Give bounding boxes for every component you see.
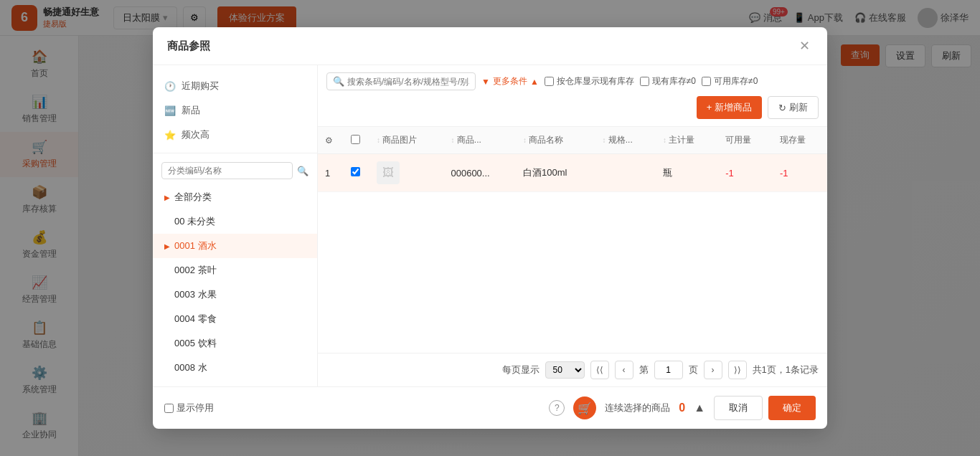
footer-buttons: 取消 确定 <box>714 396 816 420</box>
row-available: -1 <box>718 154 773 192</box>
sort-icon-spec: ↕ <box>602 136 606 144</box>
table-row[interactable]: 1 🖼 000600... 白酒100ml <box>318 154 827 192</box>
quick-select-area: 🕐 近期购买 🆕 新品 ⭐ 频次高 <box>153 71 317 150</box>
per-page-select[interactable]: 50 10 20 100 <box>545 361 585 379</box>
product-table: ⚙ ↕ 商品图片 ↕ <box>318 127 827 192</box>
cat-item-all[interactable]: ▶ 全部分类 <box>153 185 317 209</box>
filter-bar: 🔍 ▼ 更多条件 ▲ 按仓库显示现有库存 现有库存≠0 <box>318 65 827 127</box>
active-arrow-icon: ▶ <box>164 242 170 250</box>
row-unit: 瓶 <box>656 154 718 192</box>
sort-icon-img: ↕ <box>377 136 380 144</box>
page-number-input[interactable] <box>654 361 683 379</box>
collapse-up-button[interactable]: ▲ <box>694 402 705 414</box>
shopping-cart-icon: 🛒 <box>578 402 592 415</box>
filter-more-button[interactable]: ▼ 更多条件 ▲ <box>481 75 539 87</box>
filter-up-icon: ▲ <box>530 77 539 87</box>
cat-search-row: 🔍 <box>153 156 317 185</box>
category-search-input[interactable] <box>161 162 293 179</box>
star-icon: ⭐ <box>164 130 176 141</box>
cat-item-0001[interactable]: ▶ 0001 酒水 <box>153 234 317 258</box>
arrow-right-icon: ▶ <box>164 194 170 201</box>
help-button[interactable]: ? <box>549 400 565 416</box>
modal-close-button[interactable]: ✕ <box>796 37 813 54</box>
recent-icon: 🕐 <box>164 81 176 92</box>
page-first-button[interactable]: ⟨⟨ <box>590 361 609 379</box>
per-page-label: 每页显示 <box>502 364 540 376</box>
action-buttons: + 新增商品 ↻ 刷新 <box>697 96 819 119</box>
page-next-button[interactable]: › <box>704 361 722 379</box>
row-img: 🖼 <box>369 154 443 192</box>
checkbox-warehouse-stock[interactable]: 按仓库显示现有库存 <box>545 75 634 87</box>
show-disabled-checkbox[interactable]: 显示停用 <box>164 402 214 414</box>
quick-item-frequent[interactable]: ⭐ 频次高 <box>153 123 317 147</box>
panel-divider <box>153 153 317 153</box>
modal-footer: 显示停用 ? 🛒 连续选择的商品 0 ▲ 取消 确定 <box>153 386 827 429</box>
col-name[interactable]: ↕ 商品名称 <box>516 127 595 154</box>
add-product-button[interactable]: + 新增商品 <box>697 96 762 119</box>
checkbox-available-stock[interactable]: 可用库存≠0 <box>702 75 758 87</box>
filter-icon: ▼ <box>481 77 490 87</box>
product-table-wrap: ⚙ ↕ 商品图片 ↕ <box>318 127 827 353</box>
checkbox-current-stock[interactable]: 现有库存≠0 <box>640 75 696 87</box>
cat-item-0002[interactable]: 0002 茶叶 <box>153 258 317 282</box>
row-spec <box>595 154 656 192</box>
cancel-button[interactable]: 取消 <box>714 396 763 420</box>
product-image: 🖼 <box>377 161 400 184</box>
page-last-button[interactable]: ⟩⟩ <box>728 361 747 379</box>
product-reference-modal: 商品参照 ✕ 🕐 近期购买 🆕 新品 ⭐ <box>153 27 827 429</box>
new-icon: 🆕 <box>164 105 176 116</box>
modal-overlay: 商品参照 ✕ 🕐 近期购买 🆕 新品 ⭐ <box>0 0 980 456</box>
row-name: 白酒100ml <box>516 154 595 192</box>
cart-area: ? 🛒 连续选择的商品 0 ▲ <box>549 396 705 419</box>
cat-item-0003[interactable]: 0003 水果 <box>153 282 317 307</box>
modal-title: 商品参照 <box>167 39 210 53</box>
cart-icon[interactable]: 🛒 <box>573 396 596 419</box>
cat-item-0008[interactable]: 0008 水 <box>153 356 317 380</box>
product-search-icon: 🔍 <box>333 76 344 87</box>
product-search-input[interactable] <box>347 77 469 87</box>
page-unit: 页 <box>689 364 698 376</box>
cat-search-icon[interactable]: 🔍 <box>297 166 308 176</box>
product-panel: 🔍 ▼ 更多条件 ▲ 按仓库显示现有库存 现有库存≠0 <box>318 65 827 386</box>
quick-item-new[interactable]: 🆕 新品 <box>153 98 317 123</box>
table-header-row: ⚙ ↕ 商品图片 ↕ <box>318 127 827 154</box>
cat-item-00[interactable]: 00 未分类 <box>153 209 317 234</box>
modal-header: 商品参照 ✕ <box>153 27 827 65</box>
select-all-checkbox[interactable] <box>351 135 360 144</box>
image-icon: 🖼 <box>382 166 394 179</box>
col-available[interactable]: 可用量 <box>718 127 773 154</box>
col-img: ↕ 商品图片 <box>369 127 443 154</box>
category-list: ▶ 全部分类 00 未分类 ▶ 0001 酒水 0002 茶叶 0003 水果 <box>153 185 317 381</box>
page-label: 第 <box>639 364 649 376</box>
sort-icon-unit: ↕ <box>663 136 666 144</box>
col-checkbox[interactable] <box>344 127 369 154</box>
cat-item-0005[interactable]: 0005 饮料 <box>153 331 317 356</box>
col-stock[interactable]: 现存量 <box>773 127 827 154</box>
col-settings[interactable]: ⚙ <box>318 127 344 154</box>
confirm-button[interactable]: 确定 <box>768 396 816 420</box>
total-info: 共1页，1条记录 <box>753 364 819 376</box>
row-stock: -1 <box>773 154 827 192</box>
sort-icon-code: ↕ <box>451 136 454 144</box>
col-spec[interactable]: ↕ 规格... <box>595 127 656 154</box>
show-disabled-input[interactable] <box>164 404 174 413</box>
cat-item-0004[interactable]: 0004 零食 <box>153 307 317 331</box>
modal-body: 🕐 近期购买 🆕 新品 ⭐ 频次高 🔍 <box>153 65 827 386</box>
row-index: 1 <box>318 154 344 192</box>
cat-item-0010[interactable]: 0010 家电 <box>153 380 317 381</box>
sort-icon-name: ↕ <box>523 136 527 144</box>
table-settings-icon[interactable]: ⚙ <box>325 136 333 146</box>
row-checkbox[interactable] <box>344 154 369 192</box>
col-unit[interactable]: ↕ 主计量 <box>656 127 718 154</box>
quick-item-recent[interactable]: 🕐 近期购买 <box>153 74 317 98</box>
row-code: 000600... <box>443 154 516 192</box>
product-search-wrap: 🔍 <box>326 72 476 90</box>
refresh-icon: ↻ <box>778 103 786 113</box>
page-prev-button[interactable]: ‹ <box>615 361 633 379</box>
category-panel: 🕐 近期购买 🆕 新品 ⭐ 频次高 🔍 <box>153 65 318 386</box>
col-code[interactable]: ↕ 商品... <box>443 127 516 154</box>
refresh-table-button[interactable]: ↻ 刷新 <box>768 96 819 119</box>
pagination-bar: 每页显示 50 10 20 100 ⟨⟨ ‹ 第 页 › ⟩⟩ 共1页，1条记录 <box>318 353 827 386</box>
